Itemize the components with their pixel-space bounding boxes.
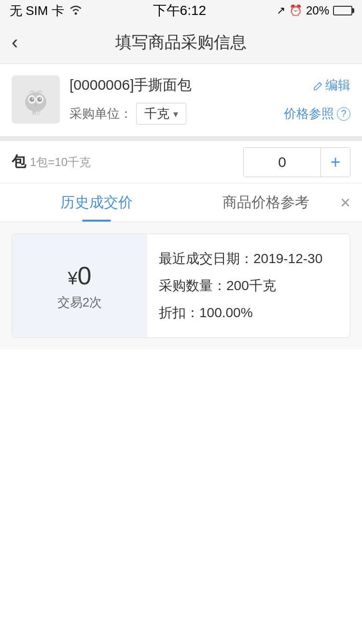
product-thumbnail: 数汀 (12, 75, 60, 124)
back-button[interactable]: ‹ (12, 31, 18, 53)
transaction-count: 交易2次 (57, 294, 102, 311)
recent-date-row: 最近成交日期：2019-12-30 (159, 249, 338, 269)
wifi-icon (69, 3, 83, 18)
status-bar: 无 SIM 卡 下午6:12 ↗ ⏰ 20% (0, 0, 362, 21)
nav-header: ‹ 填写商品采购信息 (0, 21, 362, 64)
tab-panel: 历史成交价 商品价格参考 × ¥0 交易2次 最近成交日期：2019-12-30 (0, 183, 362, 350)
quantity-label: 包 1包=10千克 (12, 152, 91, 172)
tab-history-price[interactable]: 历史成交价 (12, 183, 181, 222)
status-time: 下午6:12 (153, 1, 207, 20)
history-price-card: ¥0 交易2次 最近成交日期：2019-12-30 采购数量：200千克 折扣：… (12, 234, 350, 338)
price-card-right: 最近成交日期：2019-12-30 采购数量：200千克 折扣：100.00% (147, 234, 350, 337)
price-card-left: ¥0 交易2次 (12, 234, 147, 337)
dropdown-arrow-icon: ▾ (173, 108, 178, 120)
purchase-unit-label: 采购单位： (70, 105, 132, 122)
quantity-input[interactable] (244, 148, 321, 177)
price-amount: ¥0 (68, 261, 92, 290)
unit-select-dropdown[interactable]: 千克 ▾ (136, 103, 186, 125)
main-content: 数汀 [0000006]手撕面包 编辑 采购单位： (0, 64, 362, 644)
product-image-icon: 数汀 (19, 83, 53, 116)
discount-row: 折扣：100.00% (159, 303, 338, 323)
svg-point-5 (37, 97, 42, 102)
quantity-unit-desc: 1包=10千克 (30, 154, 91, 170)
product-full-name: [0000006]手撕面包 (70, 75, 192, 95)
svg-point-4 (29, 97, 34, 102)
alarm-icon: ⏰ (289, 4, 302, 17)
price-reference-button[interactable]: 价格参照 ? (284, 105, 350, 122)
quantity-controls: + (243, 147, 350, 177)
product-name-row: [0000006]手撕面包 编辑 (70, 75, 350, 95)
edit-icon (313, 80, 323, 91)
battery-icon (333, 6, 352, 15)
tab-content: ¥0 交易2次 最近成交日期：2019-12-30 采购数量：200千克 折扣：… (0, 222, 362, 350)
edit-button[interactable]: 编辑 (313, 77, 350, 94)
svg-point-1 (25, 92, 46, 112)
svg-point-7 (40, 98, 41, 99)
svg-point-6 (32, 98, 33, 99)
tab-close-button[interactable]: × (340, 194, 350, 211)
quantity-plus-button[interactable]: + (321, 148, 350, 177)
product-card: 数汀 [0000006]手撕面包 编辑 采购单位： (0, 64, 362, 136)
tab-price-reference[interactable]: 商品价格参考 (181, 183, 350, 222)
help-icon: ? (337, 107, 350, 121)
quantity-row: 包 1包=10千克 + (0, 141, 362, 183)
carrier-text: 无 SIM 卡 (10, 2, 64, 19)
divider-band (0, 136, 362, 141)
svg-text:数汀: 数汀 (32, 111, 41, 115)
product-info: [0000006]手撕面包 编辑 采购单位： 千克 ▾ (70, 75, 350, 125)
price-currency-symbol: ¥ (68, 268, 78, 288)
status-left: 无 SIM 卡 (10, 2, 83, 19)
battery-percent: 20% (306, 4, 329, 17)
quantity-unit-name: 包 (12, 152, 26, 172)
status-right: ↗ ⏰ 20% (277, 4, 352, 17)
location-icon: ↗ (277, 4, 285, 17)
purchase-qty-row: 采购数量：200千克 (159, 276, 338, 296)
tab-header: 历史成交价 商品价格参考 × (0, 183, 362, 222)
svg-point-0 (74, 12, 77, 14)
purchase-unit-row: 采购单位： 千克 ▾ 价格参照 ? (70, 103, 350, 125)
page-title: 填写商品采购信息 (115, 31, 247, 54)
